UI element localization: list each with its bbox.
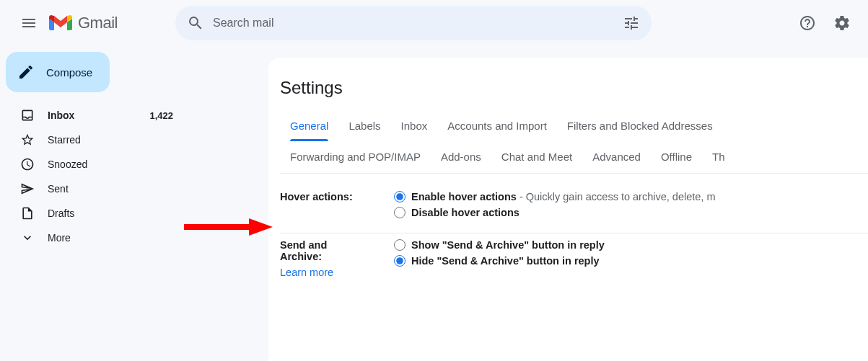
- tune-icon: [623, 14, 640, 32]
- option-enable-hover[interactable]: Enable hover actions - Quickly gain acce…: [394, 191, 868, 202]
- sidebar-item-sent[interactable]: Sent: [6, 177, 185, 200]
- sidebar-item-snoozed[interactable]: Snoozed: [6, 153, 185, 176]
- settings-panel: Settings General Labels Inbox Accounts a…: [268, 58, 868, 361]
- option-label: Enable hover actions: [411, 191, 517, 202]
- radio-enable-hover[interactable]: [394, 191, 405, 202]
- settings-title: Settings: [280, 69, 868, 112]
- compose-label: Compose: [46, 66, 92, 79]
- radio-show-send-archive[interactable]: [394, 239, 405, 251]
- settings-button[interactable]: [828, 9, 856, 37]
- nav-list: Inbox 1,422 Starred Snoozed Sent Drafts …: [6, 104, 185, 249]
- tab-labels[interactable]: Labels: [338, 112, 390, 141]
- main-menu-button[interactable]: [12, 6, 46, 40]
- radio-hide-send-archive[interactable]: [394, 255, 405, 267]
- setting-label: Hover actions:: [280, 191, 394, 223]
- search-button[interactable]: [181, 9, 210, 37]
- star-icon: [20, 133, 35, 147]
- annotation-arrow: [180, 216, 274, 238]
- sidebar-item-more[interactable]: More: [6, 226, 185, 249]
- option-label: Hide "Send & Archive" button in reply: [411, 255, 600, 267]
- nav-count: 1,422: [149, 110, 173, 121]
- compose-button[interactable]: Compose: [6, 52, 110, 92]
- option-show-send-archive[interactable]: Show "Send & Archive" button in reply: [394, 239, 868, 251]
- inbox-icon: [20, 108, 35, 122]
- tab-advanced[interactable]: Advanced: [582, 141, 651, 173]
- option-label: Show "Send & Archive" button in reply: [411, 239, 605, 251]
- support-button[interactable]: [793, 9, 822, 37]
- search-input[interactable]: [210, 17, 617, 30]
- settings-body: Hover actions: Enable hover actions - Qu…: [280, 174, 868, 288]
- chevron-down-icon: [20, 231, 35, 245]
- hamburger-icon: [20, 14, 38, 32]
- nav-label: Sent: [48, 183, 173, 195]
- radio-disable-hover[interactable]: [394, 207, 405, 218]
- gear-icon: [833, 14, 851, 32]
- learn-more-link[interactable]: Learn more: [280, 267, 394, 278]
- tab-filters[interactable]: Filters and Blocked Addresses: [557, 112, 723, 141]
- pencil-icon: [17, 63, 35, 81]
- send-icon: [20, 182, 35, 196]
- search-options-button[interactable]: [617, 9, 646, 37]
- setting-hover-actions: Hover actions: Enable hover actions - Qu…: [280, 185, 868, 233]
- header-actions: [793, 9, 856, 37]
- sidebar-item-starred[interactable]: Starred: [6, 128, 185, 151]
- setting-send-archive: Send and Archive: Learn more Show "Send …: [280, 233, 868, 288]
- nav-label: Drafts: [48, 208, 173, 219]
- gmail-logo[interactable]: Gmail: [49, 14, 118, 32]
- tab-forwarding[interactable]: Forwarding and POP/IMAP: [280, 141, 431, 173]
- product-name: Gmail: [78, 14, 118, 32]
- settings-tabs: General Labels Inbox Accounts and Import…: [280, 112, 868, 174]
- sidebar: Compose Inbox 1,422 Starred Snoozed Sent…: [0, 46, 185, 251]
- help-icon: [799, 14, 816, 32]
- option-hide-send-archive[interactable]: Hide "Send & Archive" button in reply: [394, 255, 868, 267]
- option-label: Disable hover actions: [411, 207, 520, 218]
- nav-label: More: [48, 232, 173, 244]
- search-icon: [187, 14, 204, 32]
- header: Gmail: [0, 0, 868, 46]
- nav-label: Inbox: [48, 110, 149, 121]
- tab-addons[interactable]: Add-ons: [431, 141, 491, 173]
- sidebar-item-drafts[interactable]: Drafts: [6, 202, 185, 225]
- sidebar-item-inbox[interactable]: Inbox 1,422: [6, 104, 185, 127]
- tab-chat[interactable]: Chat and Meet: [491, 141, 582, 173]
- tab-offline[interactable]: Offline: [651, 141, 702, 173]
- tab-accounts[interactable]: Accounts and Import: [437, 112, 557, 141]
- tab-general[interactable]: General: [280, 112, 338, 141]
- tab-inbox[interactable]: Inbox: [391, 112, 438, 141]
- setting-label: Send and Archive: Learn more: [280, 239, 394, 278]
- nav-label: Starred: [48, 134, 173, 146]
- search-bar: [175, 6, 652, 40]
- nav-label: Snoozed: [48, 159, 173, 170]
- gmail-logo-icon: [49, 14, 72, 32]
- clock-icon: [20, 157, 35, 171]
- option-desc: - Quickly gain access to archive, delete…: [517, 191, 716, 202]
- tab-themes[interactable]: Th: [702, 141, 735, 173]
- option-disable-hover[interactable]: Disable hover actions: [394, 207, 868, 218]
- file-icon: [20, 206, 35, 220]
